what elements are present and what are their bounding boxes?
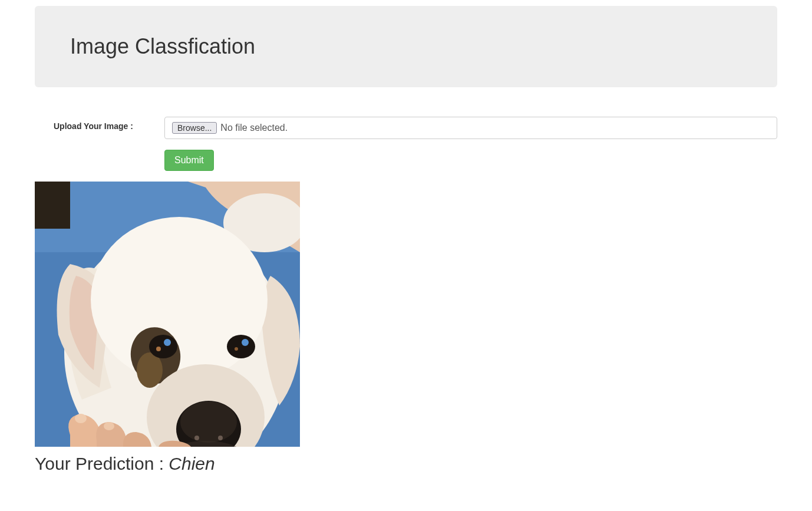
- header-jumbotron: Image Classfication: [35, 6, 777, 87]
- svg-point-18: [194, 436, 199, 440]
- prediction-label: Your Prediction :: [35, 454, 169, 473]
- svg-point-13: [242, 339, 249, 346]
- svg-point-8: [137, 352, 163, 388]
- svg-point-19: [218, 436, 223, 440]
- file-status-text: No file selected.: [220, 123, 288, 133]
- svg-rect-2: [35, 182, 70, 229]
- prediction-result: Your Prediction : Chien: [35, 454, 777, 474]
- upload-label: Upload Your Image :: [35, 117, 164, 131]
- browse-button[interactable]: Browse...: [172, 122, 217, 134]
- upload-form-row: Upload Your Image : Browse... No file se…: [35, 117, 777, 139]
- svg-point-17: [180, 401, 237, 443]
- submit-button[interactable]: Submit: [164, 150, 214, 171]
- file-input-container[interactable]: Browse... No file selected.: [164, 117, 777, 139]
- page-title: Image Classfication: [70, 34, 742, 59]
- prediction-value: Chien: [169, 454, 214, 473]
- svg-point-22: [104, 422, 114, 430]
- svg-point-21: [75, 414, 87, 423]
- svg-point-10: [164, 339, 171, 346]
- svg-point-14: [235, 347, 238, 351]
- svg-point-12: [227, 335, 255, 358]
- svg-point-9: [149, 335, 177, 358]
- uploaded-image-preview: [35, 182, 300, 447]
- svg-point-11: [156, 347, 161, 351]
